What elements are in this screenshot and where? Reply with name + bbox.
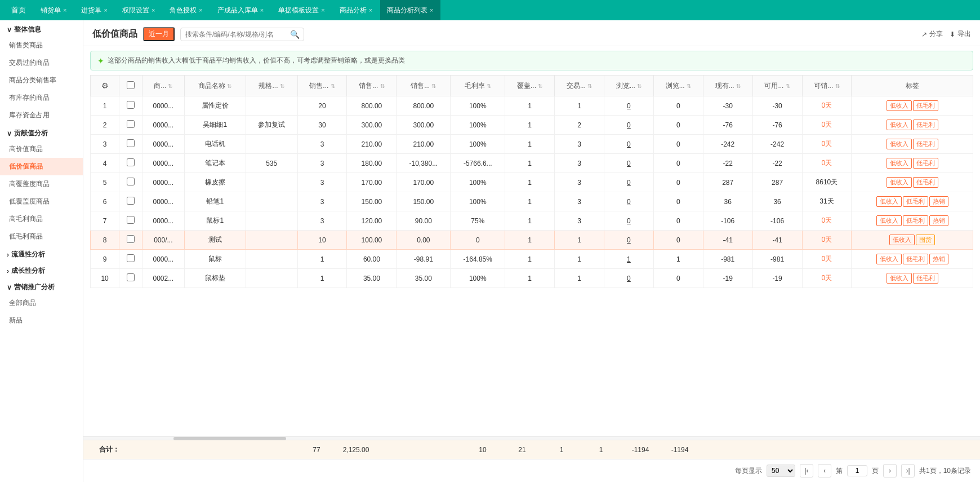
check-all-checkbox[interactable] [127, 81, 135, 89]
sidebar-item-high-profit[interactable]: 高毛利商品 [0, 210, 83, 228]
cell-cover: 1 [505, 211, 555, 231]
col-checkall[interactable] [119, 76, 142, 96]
close-icon[interactable]: × [199, 7, 202, 14]
cell-check[interactable] [119, 116, 142, 135]
sidebar-item-category-rate[interactable]: 商品分类销售率 [0, 72, 83, 89]
cell-check[interactable] [119, 135, 142, 154]
sidebar-item-traded[interactable]: 交易过的商品 [0, 54, 83, 72]
sidebar-group-contribution[interactable]: ∨ 贡献值分析 [0, 124, 83, 140]
row-checkbox[interactable] [127, 197, 135, 205]
cell-check[interactable] [119, 173, 142, 192]
sidebar-item-sales-products[interactable]: 销售类商品 [0, 37, 83, 54]
close-icon[interactable]: × [104, 7, 107, 14]
nav-purchase[interactable]: 进货单× [74, 0, 114, 20]
horizontal-scrollbar[interactable] [83, 436, 980, 440]
browse1-link[interactable]: 0 [627, 102, 631, 110]
nav-roles[interactable]: 角色授权× [163, 0, 209, 20]
page-size-select[interactable]: 50 100 200 [767, 465, 795, 477]
nav-product-analysis[interactable]: 商品分析× [333, 0, 379, 20]
cell-check[interactable] [119, 154, 142, 173]
browse1-link[interactable]: 0 [627, 140, 631, 148]
cell-check[interactable] [119, 211, 142, 231]
sort-icon[interactable]: ⇅ [331, 83, 335, 89]
cell-check[interactable] [119, 269, 142, 288]
col-gear[interactable]: ⚙ [91, 76, 119, 96]
sidebar-group-growth[interactable]: › 成长性分析 [0, 262, 83, 278]
sort-icon[interactable]: ⇅ [587, 83, 592, 89]
sort-icon[interactable]: ⇅ [687, 83, 691, 89]
sidebar-item-all-products[interactable]: 全部商品 [0, 294, 83, 312]
export-button[interactable]: ⬇ 导出 [950, 29, 971, 39]
sort-icon[interactable]: ⇅ [380, 83, 385, 89]
sort-icon[interactable]: ⇅ [736, 83, 741, 89]
first-page-button[interactable]: |‹ [800, 464, 813, 477]
sort-icon[interactable]: ⇅ [431, 83, 436, 89]
share-button[interactable]: ↗ 分享 [921, 29, 943, 39]
sidebar-item-stock-capital[interactable]: 库存资金占用 [0, 107, 83, 124]
sort-icon[interactable]: ⇅ [280, 83, 284, 89]
nav-sales[interactable]: 销货单× [34, 0, 73, 20]
browse1-link[interactable]: 0 [627, 275, 631, 282]
row-checkbox[interactable] [127, 178, 135, 185]
sidebar-group-marketing[interactable]: ∨ 营销推广分析 [0, 278, 83, 294]
browse1-link[interactable]: 0 [627, 217, 631, 225]
nav-home[interactable]: 首页 [5, 0, 33, 20]
sort-icon[interactable]: ⇅ [538, 83, 542, 89]
row-checkbox[interactable] [127, 216, 135, 224]
sidebar-item-high-coverage[interactable]: 高覆盖度商品 [0, 175, 83, 193]
sort-icon[interactable]: ⇅ [487, 83, 491, 89]
cell-cover: 1 [505, 250, 555, 269]
close-icon[interactable]: × [63, 7, 66, 14]
sidebar-item-low-coverage[interactable]: 低覆盖度商品 [0, 193, 83, 210]
sidebar-group-circulation[interactable]: › 流通性分析 [0, 245, 83, 262]
sort-icon[interactable]: ⇅ [786, 83, 790, 89]
scrollbar-thumb[interactable] [173, 437, 286, 440]
nav-products-in[interactable]: 产成品入库单× [211, 0, 270, 20]
close-icon[interactable]: × [369, 7, 372, 14]
browse1-link[interactable]: 1 [627, 255, 631, 263]
nav-template-settings[interactable]: 单据模板设置× [271, 0, 331, 20]
nav-product-analysis-list[interactable]: 商品分析列表× [380, 0, 440, 20]
sidebar-item-has-stock[interactable]: 有库存的商品 [0, 89, 83, 107]
sidebar-item-low-value[interactable]: 低价值商品 [0, 158, 83, 175]
next-page-button[interactable]: › [883, 464, 897, 477]
period-button[interactable]: 近一月 [143, 27, 175, 41]
sidebar-item-high-value[interactable]: 高价值商品 [0, 140, 83, 158]
search-input[interactable] [180, 28, 304, 41]
sidebar-group-overall[interactable]: ∨ 整体信息 [0, 20, 83, 37]
footer-browse2: 1 [581, 446, 621, 454]
gear-button[interactable]: ⚙ [99, 80, 111, 91]
row-checkbox[interactable] [127, 254, 135, 262]
close-icon[interactable]: × [321, 7, 324, 14]
row-checkbox[interactable] [127, 101, 135, 109]
sidebar-item-low-profit[interactable]: 低毛利商品 [0, 228, 83, 245]
browse1-link[interactable]: 0 [627, 236, 631, 244]
cell-check[interactable] [119, 96, 142, 116]
browse1-link[interactable]: 0 [627, 121, 631, 129]
row-checkbox[interactable] [127, 120, 135, 128]
last-page-button[interactable]: ›| [901, 464, 915, 477]
close-icon[interactable]: × [430, 7, 433, 14]
cell-check[interactable] [119, 192, 142, 211]
row-checkbox[interactable] [127, 235, 135, 243]
tag-label: 热销 [929, 196, 948, 207]
sort-icon[interactable]: ⇅ [835, 83, 840, 89]
row-checkbox[interactable] [127, 273, 135, 281]
sidebar-item-new-products[interactable]: 新品 [0, 312, 83, 329]
search-icon[interactable]: 🔍 [290, 30, 300, 39]
page-number-input[interactable] [847, 465, 867, 476]
cell-check[interactable] [119, 231, 142, 250]
browse1-link[interactable]: 0 [627, 179, 631, 187]
row-checkbox[interactable] [127, 139, 135, 147]
close-icon[interactable]: × [152, 7, 155, 14]
prev-page-button[interactable]: ‹ [818, 464, 831, 477]
sort-icon[interactable]: ⇅ [227, 83, 231, 89]
browse1-link[interactable]: 0 [627, 160, 631, 167]
cell-check[interactable] [119, 250, 142, 269]
nav-permissions[interactable]: 权限设置× [115, 0, 162, 20]
browse1-link[interactable]: 0 [627, 198, 631, 206]
close-icon[interactable]: × [260, 7, 264, 14]
sort-icon[interactable]: ⇅ [168, 83, 172, 89]
row-checkbox[interactable] [127, 158, 135, 166]
sort-icon[interactable]: ⇅ [637, 83, 642, 89]
